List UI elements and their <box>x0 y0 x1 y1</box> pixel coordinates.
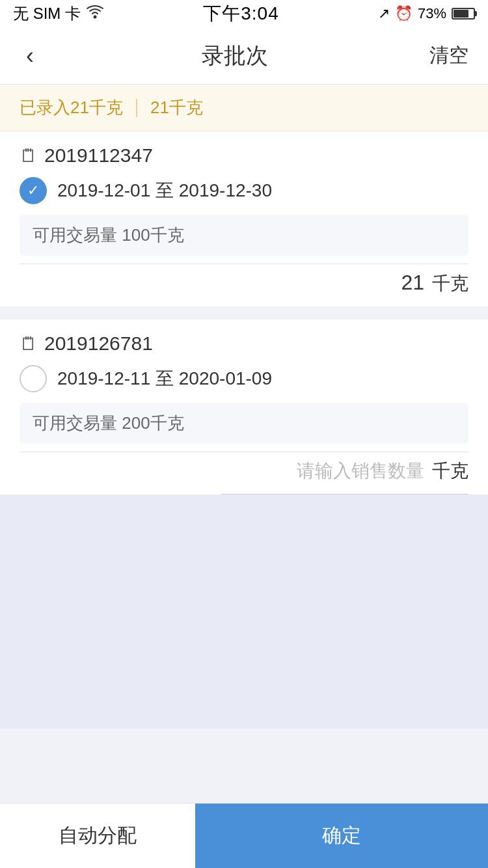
item-card-1: 🗒 2019112347 ✓ 2019-12-01 至 2019-12-30 可… <box>0 131 488 306</box>
status-bar: 无 SIM 卡 下午3:04 ↗ ⏰ 73% <box>0 0 488 27</box>
input-underline <box>221 494 468 495</box>
battery-percent: 73% <box>418 5 446 22</box>
item-header-1: 🗒 2019112347 <box>0 131 488 172</box>
item-header-2: 🗒 2019126781 <box>0 319 488 360</box>
item-card-2: 🗒 2019126781 2019-12-11 至 2020-01-09 可用交… <box>0 319 488 495</box>
back-button[interactable]: ‹ <box>20 36 40 76</box>
confirm-button[interactable]: 确定 <box>195 804 488 868</box>
section-separator <box>0 306 488 319</box>
qty-input-2[interactable] <box>229 461 424 481</box>
page-title: 录批次 <box>202 41 268 71</box>
status-time: 下午3:04 <box>203 1 279 26</box>
sim-status: 无 SIM 卡 <box>13 3 81 24</box>
doc-icon-1: 🗒 <box>20 145 38 167</box>
info-value: 21千克 <box>150 96 203 119</box>
clear-button[interactable]: 清空 <box>429 42 468 69</box>
nav-bar: ‹ 录批次 清空 <box>0 27 488 85</box>
info-divider <box>136 99 137 117</box>
battery-icon <box>452 8 475 20</box>
info-banner: 已录入21千克 21千克 <box>0 85 488 131</box>
auto-distribute-button[interactable]: 自动分配 <box>0 804 195 868</box>
empty-area <box>0 495 488 729</box>
check-icon-1: ✓ <box>27 183 39 198</box>
doc-icon-2: 🗒 <box>20 333 38 355</box>
svg-point-0 <box>94 16 97 19</box>
item-qty-unit-1: 千克 <box>432 271 468 296</box>
item-qty-row-1: 21 千克 <box>0 264 488 306</box>
item-row-1: ✓ 2019-12-01 至 2019-12-30 <box>0 172 488 210</box>
item-id-2: 2019126781 <box>44 332 153 355</box>
item-date-1: 2019-12-01 至 2019-12-30 <box>57 178 272 203</box>
status-left: 无 SIM 卡 <box>13 3 104 24</box>
item-id-1: 2019112347 <box>44 144 153 167</box>
input-qty-row-2: 千克 <box>0 452 488 494</box>
radio-button-1[interactable]: ✓ <box>20 177 47 204</box>
radio-button-2[interactable] <box>20 365 47 392</box>
alarm-icon: ⏰ <box>395 5 413 22</box>
item-date-2: 2019-12-11 至 2020-01-09 <box>57 366 272 391</box>
bottom-bar: 自动分配 确定 <box>0 803 488 868</box>
status-right: ↗ ⏰ 73% <box>378 5 475 22</box>
item-avail-1: 可用交易量 100千克 <box>20 215 468 256</box>
input-qty-unit-2: 千克 <box>432 459 468 483</box>
content-wrapper: 🗒 2019112347 ✓ 2019-12-01 至 2019-12-30 可… <box>0 131 488 794</box>
location-icon: ↗ <box>378 5 390 22</box>
info-recorded-label: 已录入21千克 <box>20 96 123 119</box>
item-avail-2: 可用交易量 200千克 <box>20 403 468 444</box>
item-row-2: 2019-12-11 至 2020-01-09 <box>0 360 488 398</box>
item-qty-value-1: 21 <box>401 271 424 295</box>
wifi-icon <box>86 5 104 23</box>
